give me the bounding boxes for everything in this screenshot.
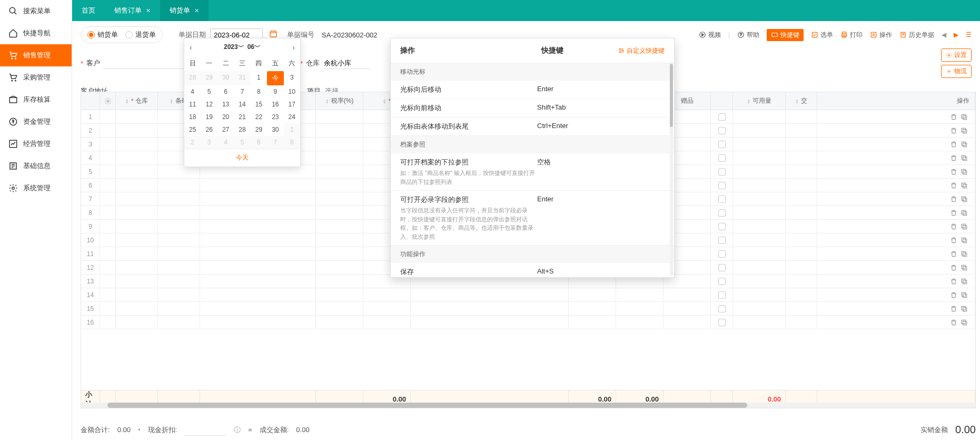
- gift-checkbox[interactable]: [711, 165, 733, 178]
- gift-checkbox[interactable]: [711, 247, 733, 260]
- cash-discount-input[interactable]: [184, 424, 226, 436]
- cell[interactable]: [733, 151, 786, 164]
- calendar-day[interactable]: 20: [217, 111, 234, 123]
- calendar-day[interactable]: 28: [234, 123, 250, 136]
- cell[interactable]: [116, 124, 158, 137]
- cell[interactable]: [116, 275, 158, 288]
- cell[interactable]: [733, 261, 786, 274]
- cell[interactable]: [316, 124, 363, 137]
- th-gear[interactable]: [100, 92, 116, 110]
- calendar-day[interactable]: 30: [267, 123, 283, 136]
- calendar-day[interactable]: 22: [251, 111, 267, 123]
- sidebar-item-funds[interactable]: 资金管理: [0, 111, 72, 133]
- gift-checkbox[interactable]: [711, 206, 733, 219]
- cell[interactable]: [158, 247, 200, 260]
- cell[interactable]: [786, 151, 817, 164]
- calendar-day[interactable]: 8: [251, 85, 267, 98]
- calendar-day-other[interactable]: 4: [217, 136, 234, 149]
- delete-icon[interactable]: [950, 113, 957, 121]
- cell[interactable]: [786, 179, 817, 192]
- gift-checkbox[interactable]: [711, 138, 733, 151]
- cell[interactable]: [786, 110, 817, 123]
- gift-checkbox[interactable]: [711, 192, 733, 206]
- th-taxrate[interactable]: ▲▼税率(%): [316, 92, 363, 110]
- sidebar-item-inventory[interactable]: 库存核算: [0, 89, 72, 111]
- calendar-day[interactable]: 26: [201, 123, 217, 136]
- copy-icon[interactable]: [961, 113, 968, 121]
- radio-return-doc[interactable]: 退货单: [125, 30, 156, 40]
- cell[interactable]: [158, 179, 200, 192]
- calendar-day-other[interactable]: 8: [284, 136, 300, 149]
- prev-month-button[interactable]: ‹: [190, 43, 192, 52]
- cell[interactable]: [200, 179, 316, 192]
- calendar-day[interactable]: 7: [234, 85, 250, 98]
- th-available[interactable]: ▲▼可用量: [733, 92, 786, 110]
- cell[interactable]: [411, 302, 569, 315]
- chevron-right-icon[interactable]: ▶: [954, 31, 958, 38]
- calendar-day[interactable]: 12: [201, 98, 217, 111]
- cell[interactable]: [786, 302, 817, 315]
- cell[interactable]: [116, 138, 158, 151]
- cell[interactable]: [411, 316, 569, 329]
- cell[interactable]: [786, 233, 817, 247]
- cell[interactable]: [200, 206, 316, 219]
- cell[interactable]: [116, 151, 158, 164]
- cell[interactable]: [664, 288, 711, 301]
- calendar-day[interactable]: 4: [184, 85, 201, 98]
- copy-icon[interactable]: [961, 168, 968, 175]
- cell[interactable]: [733, 275, 786, 288]
- cell[interactable]: [316, 192, 363, 206]
- h-scrollbar[interactable]: [81, 403, 975, 408]
- cell[interactable]: [116, 261, 158, 274]
- calendar-day[interactable]: 1: [251, 71, 267, 85]
- cell[interactable]: [786, 165, 817, 178]
- cell[interactable]: [316, 110, 363, 123]
- cell[interactable]: [316, 316, 363, 329]
- cell[interactable]: [316, 220, 363, 233]
- menu-icon[interactable]: ☰: [966, 31, 972, 38]
- sidebar-item-system[interactable]: 系统管理: [0, 177, 72, 199]
- customize-shortcut-button[interactable]: 自定义快捷键: [618, 46, 665, 55]
- table-row[interactable]: 16: [81, 316, 975, 329]
- cell[interactable]: [200, 275, 316, 288]
- gift-checkbox[interactable]: [711, 220, 733, 233]
- calendar-day-other[interactable]: 2: [184, 136, 201, 149]
- gift-checkbox[interactable]: [711, 302, 733, 315]
- copy-icon[interactable]: [961, 182, 968, 189]
- cell[interactable]: [316, 288, 363, 301]
- copy-icon[interactable]: [961, 223, 968, 230]
- delete-icon[interactable]: [950, 168, 957, 175]
- cell[interactable]: [786, 261, 817, 274]
- calendar-day[interactable]: 今: [267, 71, 283, 85]
- table-row[interactable]: 14: [81, 288, 975, 302]
- print-button[interactable]: 打印: [840, 31, 863, 40]
- history-button[interactable]: 历史单据: [899, 31, 934, 40]
- delete-icon[interactable]: [950, 182, 957, 189]
- cell[interactable]: [733, 316, 786, 329]
- delete-icon[interactable]: [950, 127, 957, 134]
- copy-icon[interactable]: [961, 250, 968, 258]
- next-month-button[interactable]: ›: [292, 43, 295, 52]
- cell[interactable]: [158, 233, 200, 247]
- scrollbar-thumb[interactable]: [107, 403, 747, 408]
- cell[interactable]: [116, 233, 158, 247]
- year-select[interactable]: 2023﹀: [224, 43, 244, 52]
- calendar-day-other[interactable]: 29: [201, 71, 217, 85]
- cell[interactable]: [316, 261, 363, 274]
- delete-icon[interactable]: [950, 278, 957, 285]
- cell[interactable]: [158, 316, 200, 329]
- gift-checkbox[interactable]: [711, 288, 733, 301]
- delete-icon[interactable]: [950, 291, 957, 299]
- copy-icon[interactable]: [961, 127, 968, 134]
- gift-checkbox[interactable]: [711, 151, 733, 164]
- cell[interactable]: [116, 247, 158, 260]
- calendar-day[interactable]: 18: [184, 111, 201, 123]
- cell[interactable]: [786, 192, 817, 206]
- v-scrollbar[interactable]: [670, 64, 673, 276]
- calendar-day[interactable]: 25: [184, 123, 201, 136]
- cell[interactable]: [200, 247, 316, 260]
- cell[interactable]: [316, 302, 363, 315]
- copy-icon[interactable]: [961, 305, 968, 312]
- cell[interactable]: [786, 275, 817, 288]
- delete-icon[interactable]: [950, 319, 957, 326]
